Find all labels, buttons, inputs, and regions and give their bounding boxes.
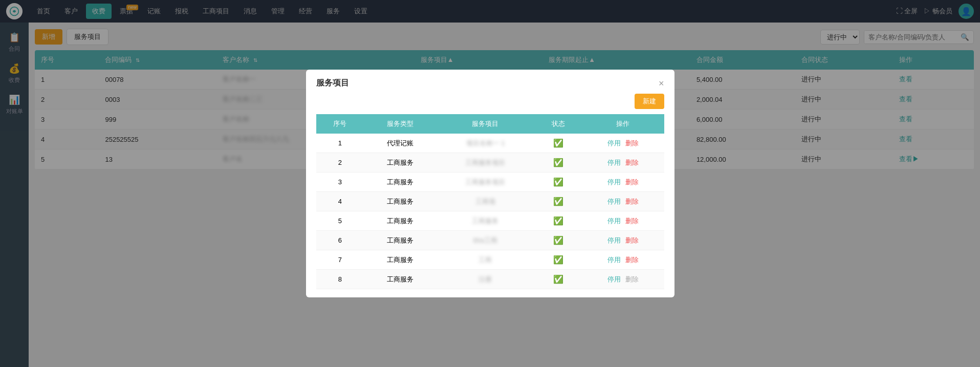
modal-cell-action: 停用 删除 (582, 134, 664, 153)
delete-button[interactable]: 删除 (625, 256, 639, 264)
delete-button[interactable]: 删除 (625, 217, 639, 225)
modal-cell-item: 工商 (437, 250, 534, 270)
modal-cell-status: ✅ (534, 250, 582, 270)
modal-col-seq: 序号 (316, 114, 364, 134)
delete-button[interactable]: 删除 (625, 236, 639, 244)
modal-cell-seq: 5 (316, 211, 364, 231)
modal-cell-status: ✅ (534, 270, 582, 289)
modal-cell-action: 停用 删除 (582, 231, 664, 250)
modal-close-button[interactable]: × (659, 79, 664, 88)
modal-cell-type: 工商服务 (364, 172, 437, 192)
modal-cell-status: ✅ (534, 192, 582, 211)
modal-col-type: 服务类型 (364, 114, 437, 134)
modal-table-wrap: 序号 服务类型 服务项目 状态 操作 1 代理记账 项目名称一 1 ✅ 停 (306, 114, 674, 297)
modal-cell-status: ✅ (534, 134, 582, 153)
modal-cell-action: 停用 删除 (582, 153, 664, 172)
modal-cell-type: 工商服务 (364, 231, 437, 250)
delete-button[interactable]: 删除 (625, 275, 639, 283)
stop-button[interactable]: 停用 (607, 236, 621, 244)
modal-cell-seq: 7 (316, 250, 364, 270)
modal-cell-type: 工商服务 (364, 153, 437, 172)
modal-table-row: 1 代理记账 项目名称一 1 ✅ 停用 删除 (316, 134, 664, 153)
modal-cell-status: ✅ (534, 231, 582, 250)
modal-cell-status: ✅ (534, 153, 582, 172)
service-items-modal: 服务项目 × 新建 序号 服务类型 服务项目 状态 操作 (306, 70, 674, 297)
modal-cell-action: 停用 删除 (582, 172, 664, 192)
modal-cell-type: 代理记账 (364, 134, 437, 153)
stop-button[interactable]: 停用 (607, 256, 621, 264)
modal-cell-status: ✅ (534, 211, 582, 231)
modal-col-action: 操作 (582, 114, 664, 134)
modal-table-row: 8 工商服务 注册 ✅ 停用 删除 (316, 270, 664, 289)
modal-table-row: 4 工商服务 工商项 ✅ 停用 删除 (316, 192, 664, 211)
modal-header: 服务项目 × (306, 70, 674, 94)
modal-cell-item: 工商服务项目 (437, 153, 534, 172)
modal-new-button[interactable]: 新建 (635, 94, 664, 109)
modal-cell-item: 工商项 (437, 192, 534, 211)
stop-button[interactable]: 停用 (607, 275, 621, 283)
modal-cell-action: 停用 删除 (582, 270, 664, 289)
modal-overlay[interactable]: 服务项目 × 新建 序号 服务类型 服务项目 状态 操作 (0, 0, 980, 367)
modal-cell-item: 注册 (437, 270, 534, 289)
modal-cell-seq: 8 (316, 270, 364, 289)
delete-button[interactable]: 删除 (625, 139, 639, 147)
modal-table-row: 6 工商服务 Ithe工商 ✅ 停用 删除 (316, 231, 664, 250)
modal-cell-type: 工商服务 (364, 192, 437, 211)
modal-table-row: 3 工商服务 工商服务项目 ✅ 停用 删除 (316, 172, 664, 192)
modal-col-status: 状态 (534, 114, 582, 134)
modal-col-item: 服务项目 (437, 114, 534, 134)
modal-table-row: 7 工商服务 工商 ✅ 停用 删除 (316, 250, 664, 270)
modal-cell-item: Ithe工商 (437, 231, 534, 250)
stop-button[interactable]: 停用 (607, 178, 621, 186)
modal-cell-seq: 1 (316, 134, 364, 153)
modal-table-row: 2 工商服务 工商服务项目 ✅ 停用 删除 (316, 153, 664, 172)
modal-cell-status: ✅ (534, 172, 582, 192)
modal-cell-action: 停用 删除 (582, 192, 664, 211)
delete-button[interactable]: 删除 (625, 159, 639, 166)
modal-cell-seq: 4 (316, 192, 364, 211)
modal-cell-seq: 6 (316, 231, 364, 250)
modal-cell-type: 工商服务 (364, 270, 437, 289)
modal-cell-item: 工商服务 (437, 211, 534, 231)
stop-button[interactable]: 停用 (607, 139, 621, 147)
modal-cell-seq: 2 (316, 153, 364, 172)
delete-button[interactable]: 删除 (625, 178, 639, 186)
modal-table-row: 5 工商服务 工商服务 ✅ 停用 删除 (316, 211, 664, 231)
modal-cell-action: 停用 删除 (582, 250, 664, 270)
modal-cell-action: 停用 删除 (582, 211, 664, 231)
service-items-table: 序号 服务类型 服务项目 状态 操作 1 代理记账 项目名称一 1 ✅ 停 (316, 114, 664, 289)
modal-cell-item: 项目名称一 1 (437, 134, 534, 153)
stop-button[interactable]: 停用 (607, 159, 621, 166)
modal-cell-item: 工商服务项目 (437, 172, 534, 192)
modal-title: 服务项目 (316, 78, 349, 89)
modal-cell-type: 工商服务 (364, 250, 437, 270)
stop-button[interactable]: 停用 (607, 217, 621, 225)
modal-cell-type: 工商服务 (364, 211, 437, 231)
delete-button[interactable]: 删除 (625, 198, 639, 205)
modal-cell-seq: 3 (316, 172, 364, 192)
stop-button[interactable]: 停用 (607, 198, 621, 205)
modal-toolbar: 新建 (306, 94, 674, 114)
